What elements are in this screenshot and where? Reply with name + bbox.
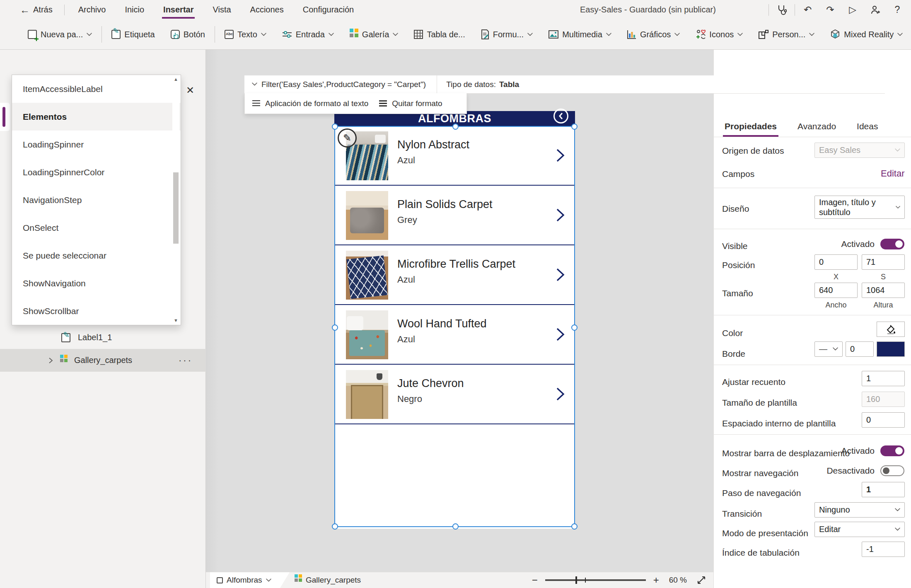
- ribbon-media[interactable]: Multimedia: [541, 19, 619, 50]
- tree-item-gallery-carpets[interactable]: Gallery_carpets ···: [0, 349, 206, 372]
- resize-handle[interactable]: [452, 123, 459, 130]
- chevron-right-icon[interactable]: [556, 208, 565, 222]
- ribbon-text[interactable]: Abc Texto: [217, 19, 274, 50]
- back-button[interactable]: ← Atrás: [20, 5, 60, 15]
- size-height-input[interactable]: 1064: [862, 283, 905, 298]
- zoom-slider-thumb[interactable]: [575, 576, 577, 584]
- dropdown-option[interactable]: NavigationStep: [12, 186, 181, 214]
- display-mode-dropdown[interactable]: Editar: [814, 522, 905, 537]
- menu-insertar[interactable]: Insertar: [154, 0, 203, 19]
- ribbon-label: Texto: [237, 30, 257, 39]
- zoom-in-icon[interactable]: +: [650, 574, 662, 586]
- tree-item-label1-1[interactable]: Label1_1: [0, 326, 206, 349]
- ribbon-input[interactable]: Entrada: [274, 19, 342, 50]
- dropdown-option[interactable]: OnSelect: [12, 214, 181, 242]
- zoom-slider[interactable]: [545, 579, 646, 581]
- dropdown-option-selected[interactable]: Elementos: [12, 103, 181, 131]
- resize-handle[interactable]: [571, 324, 578, 331]
- screen-breadcrumb[interactable]: Alfombras: [210, 572, 290, 588]
- scroll-down-icon[interactable]: ▼: [172, 317, 179, 324]
- tab-index-input[interactable]: -1: [862, 542, 905, 557]
- color-picker-button[interactable]: [877, 322, 905, 337]
- menu-acciones[interactable]: Acciones: [241, 0, 293, 19]
- share-person-icon[interactable]: [865, 2, 884, 18]
- resize-handle[interactable]: [452, 523, 459, 530]
- gallery-item-row[interactable]: Wool Hand Tufted Azul: [334, 305, 575, 365]
- dropdown-option[interactable]: Se puede seleccionar: [12, 242, 181, 269]
- help-icon[interactable]: ?: [888, 2, 907, 18]
- visible-toggle[interactable]: [880, 239, 904, 249]
- play-preview-icon[interactable]: ▷: [843, 2, 862, 18]
- datasource-dropdown[interactable]: Easy Sales: [814, 143, 905, 158]
- dropdown-scrollbar[interactable]: ▲ ▼: [172, 76, 179, 324]
- wrap-count-input[interactable]: 1: [862, 371, 905, 386]
- chevron-right-icon[interactable]: [556, 387, 565, 401]
- tab-propiedades[interactable]: Propiedades: [720, 116, 781, 137]
- app-checker-icon[interactable]: [772, 2, 791, 18]
- ribbon-mixed-reality[interactable]: Mixed Reality: [822, 19, 911, 50]
- show-scrollbar-toggle[interactable]: [880, 445, 904, 456]
- dropdown-option[interactable]: ShowNavigation: [12, 269, 181, 297]
- resize-handle[interactable]: [571, 123, 578, 130]
- transition-dropdown[interactable]: Ninguno: [814, 502, 905, 518]
- tab-ideas[interactable]: Ideas: [853, 116, 882, 137]
- position-y-input[interactable]: 71: [862, 254, 905, 270]
- ribbon-gallery[interactable]: Galería: [342, 19, 406, 50]
- resize-handle[interactable]: [332, 324, 338, 331]
- chevron-right-icon[interactable]: [556, 327, 565, 341]
- navigation-step-input[interactable]: 1: [862, 482, 905, 497]
- gallery-item-row[interactable]: Nylon Abstract Azul: [334, 126, 575, 186]
- dropdown-option[interactable]: ItemAccessibleLabel: [12, 75, 181, 103]
- menu-configuracion[interactable]: Configuración: [293, 0, 363, 19]
- expand-chevron-icon[interactable]: [48, 357, 53, 364]
- edit-fields-link[interactable]: Editar: [881, 168, 904, 179]
- border-color-swatch[interactable]: [877, 341, 905, 357]
- ribbon-new-screen[interactable]: Nueva pa...: [20, 19, 100, 50]
- border-thickness-input[interactable]: 0: [846, 341, 874, 357]
- undo-icon[interactable]: ↶: [798, 2, 817, 18]
- more-options-icon[interactable]: ···: [179, 355, 193, 366]
- ribbon-forms[interactable]: Formu...: [473, 19, 541, 50]
- menu-vista[interactable]: Vista: [203, 0, 240, 19]
- dropdown-option[interactable]: LoadingSpinner: [12, 131, 181, 158]
- scrollbar-thumb[interactable]: [173, 172, 179, 244]
- resize-handle[interactable]: [332, 123, 338, 130]
- show-navigation-toggle[interactable]: [880, 465, 904, 476]
- size-width-input[interactable]: 640: [814, 283, 858, 298]
- tab-avanzado[interactable]: Avanzado: [793, 116, 840, 137]
- chevron-right-icon[interactable]: [556, 268, 565, 282]
- remove-format-button[interactable]: Quitar formato: [392, 99, 442, 108]
- gallery-item-row[interactable]: Plain Solids Carpet Grey: [334, 186, 575, 245]
- apply-format-button[interactable]: Aplicación de formato al texto: [265, 99, 368, 108]
- template-padding-input[interactable]: 0: [862, 412, 905, 428]
- control-breadcrumb[interactable]: Gallery_carpets: [295, 572, 361, 588]
- chevron-down-icon[interactable]: [252, 82, 257, 86]
- redo-icon[interactable]: ↷: [821, 2, 840, 18]
- app-title: Easy-Sales - Guardado (sin publicar): [580, 0, 721, 19]
- gallery-item-row[interactable]: Microfibre Trellis Carpet Azul: [334, 245, 575, 305]
- resize-handle[interactable]: [571, 523, 578, 530]
- scroll-up-icon[interactable]: ▲: [172, 76, 179, 83]
- dropdown-option[interactable]: LoadingSpinnerColor: [12, 158, 181, 186]
- menu-archivo[interactable]: Archivo: [69, 0, 116, 19]
- resize-handle[interactable]: [332, 523, 338, 530]
- ribbon-custom[interactable]: Person...: [751, 19, 822, 50]
- template-size-input[interactable]: 160: [862, 392, 905, 407]
- ribbon-data-table[interactable]: Tabla de...: [406, 19, 473, 50]
- position-x-input[interactable]: 0: [814, 254, 858, 270]
- ribbon-label-control[interactable]: ✎ Etiqueta: [104, 19, 162, 50]
- dropdown-option[interactable]: ShowScrollbar: [12, 297, 181, 325]
- ribbon-charts[interactable]: Gráficos: [619, 19, 688, 50]
- zoom-out-icon[interactable]: −: [529, 574, 541, 586]
- layout-dropdown[interactable]: Imagen, título y subtítulo: [814, 196, 905, 219]
- ribbon-icons[interactable]: Iconos: [688, 19, 751, 50]
- menu-inicio[interactable]: Inicio: [115, 0, 154, 19]
- border-style-dropdown[interactable]: —: [814, 341, 843, 357]
- fit-to-window-icon[interactable]: [697, 576, 706, 585]
- chevron-right-icon[interactable]: [556, 148, 565, 162]
- back-circle-icon[interactable]: [553, 109, 568, 123]
- edit-gallery-pencil-icon[interactable]: ✎: [338, 128, 357, 148]
- ribbon-button-control[interactable]: Botón: [163, 19, 213, 50]
- gallery-item-row[interactable]: Jute Chevron Negro: [334, 365, 575, 424]
- close-icon[interactable]: ✕: [184, 84, 196, 97]
